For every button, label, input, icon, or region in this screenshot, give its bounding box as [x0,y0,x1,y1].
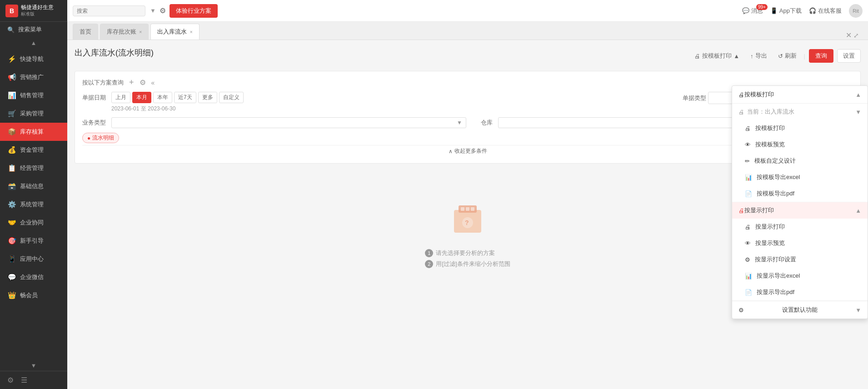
sidebar-item-sales[interactable]: 📊 销售管理 [0,86,67,105]
marketing-icon: 📢 [7,73,16,82]
sidebar-item-operations[interactable]: 📋 经营管理 [0,159,67,177]
date-this-month-btn[interactable]: 本月 [132,92,151,103]
sidebar-item-label: 新手引导 [20,237,44,245]
menu-toggle-icon[interactable]: ☰ [21,376,27,384]
sidebar-item-finance[interactable]: 💰 资金管理 [0,141,67,159]
logo-sub: 标准版 [21,11,54,17]
display-settings-icon: ⚙ [745,256,750,263]
refresh-btn[interactable]: ↺ 刷新 [774,50,800,62]
message-btn[interactable]: 💬 消息 99+ [742,7,763,15]
sidebar-item-system[interactable]: ⚙️ 系统管理 [0,195,67,214]
avatar-text: Rit [853,8,858,14]
current-label: 当前：出入库流水 [747,108,794,116]
date-last-month-btn[interactable]: 上月 [111,92,130,103]
chevron-up-icon: ∧ [449,148,453,155]
sidebar-item-purchase[interactable]: 🛒 采购管理 [0,105,67,123]
sidebar-item-wechat[interactable]: 💬 企业微信 [0,268,67,286]
service-btn[interactable]: 🎧 在线客服 [809,7,842,15]
sidebar-scroll-down[interactable]: ▼ [0,360,67,371]
topbar-search-input[interactable] [73,5,145,16]
empty-steps: 1 请先选择要分析的方案 2 用[过滤]条件来缩小分析范围 [425,249,510,271]
system-icon: ⚙️ [7,200,16,209]
tab-batch-close-icon[interactable]: × [139,29,142,35]
display-group-label: 按显示打印 [744,206,774,214]
dropdown-display-preview[interactable]: 👁 按显示预览 [732,235,868,251]
search-collapse-left-icon[interactable]: « [151,79,155,86]
sidebar-item-label: 经营管理 [20,164,44,172]
settings-btn[interactable]: 设置 [837,49,861,63]
tab-home[interactable]: 首页 [73,24,98,40]
type-label: 单据类型 [683,94,706,102]
dropdown-template-preview[interactable]: 👁 按模板预览 [732,136,868,153]
template-print-item-label: 按模板打印 [755,124,785,132]
display-preview-label: 按显示预览 [755,239,785,247]
tab-flow-close-icon[interactable]: × [190,29,192,35]
date-this-year-btn[interactable]: 本年 [153,92,172,103]
template-excel-label: 按模板导出excel [757,173,800,181]
sidebar-item-inventory[interactable]: 📦 库存核算 [0,123,67,141]
sidebar-item-apps[interactable]: 📱 应用中心 [0,250,67,268]
settings-icon[interactable]: ⚙ [7,376,14,384]
dropdown-template-pdf[interactable]: 📄 按模板导出pdf [732,185,868,202]
search-add-icon[interactable]: + [129,78,134,87]
tab-batch[interactable]: 库存批次账 × [100,24,149,40]
sidebar-item-quick-nav[interactable]: ⚡ 快捷导航 [0,50,67,68]
tab-flow[interactable]: 出入库流水 × [150,24,199,40]
apps-icon: 📱 [7,254,16,264]
message-badge: 99+ [756,4,768,10]
dropdown-current[interactable]: 🖨 当前：出入库流水 ▼ [732,104,868,120]
dropdown-display-excel[interactable]: 📊 按显示导出excel [732,268,868,284]
dropdown-display-settings[interactable]: ⚙ 按显示打印设置 [732,251,868,268]
sidebar-search[interactable]: 🔍 搜索菜单 [0,22,67,37]
export-btn[interactable]: ↑ 导出 [747,50,771,62]
trial-btn[interactable]: 体验行业方案 [170,4,218,18]
sidebar-search-label: 搜索菜单 [18,25,42,34]
biz-select-arrow: ▼ [457,120,462,126]
sidebar-item-member[interactable]: 👑 畅会员 [0,286,67,304]
basic-icon: 🗃️ [7,182,16,191]
display-group-arrow[interactable]: ▲ [855,207,861,214]
wechat-icon: 💬 [7,273,16,282]
dropdown-template-design[interactable]: ✏ 模板自定义设计 [732,153,868,169]
dropdown-collapse-icon[interactable]: ▲ [855,91,861,98]
sidebar-scroll-up[interactable]: ▲ [0,37,67,48]
dropdown-footer[interactable]: ⚙ 设置默认功能 ▼ [732,301,868,319]
tab-expand-icon[interactable]: ⤢ [853,32,859,39]
sidebar-item-collab[interactable]: 🤝 企业协同 [0,214,67,232]
refresh-label: 刷新 [785,52,797,60]
dropdown-display-print[interactable]: 🖨 按显示打印 [732,219,868,235]
sidebar-item-basic[interactable]: 🗃️ 基础信息 [0,177,67,195]
app-download-btn[interactable]: 📱 App下载 [770,7,802,15]
sidebar-item-guide[interactable]: 🎯 新手引导 [0,232,67,250]
sidebar-item-marketing[interactable]: 📢 营销推广 [0,68,67,86]
date-custom-btn[interactable]: 自定义 [219,92,244,103]
phone-icon: 📱 [770,7,778,14]
topbar-gear-icon[interactable]: ⚙ [160,6,166,15]
template-print-btn[interactable]: 🖨 按模板打印 ▲ [691,50,743,62]
dropdown-template-excel[interactable]: 📊 按模板导出excel [732,169,868,185]
biz-label: 业务类型 [82,119,106,127]
collab-icon: 🤝 [7,218,16,227]
flow-detail-chip[interactable]: ● 流水明细 [82,133,119,143]
biz-select[interactable]: ▼ [111,117,466,128]
template-print-chevron[interactable]: ▲ [733,53,739,60]
date-more-btn[interactable]: 更多 [198,92,217,103]
template-excel-icon: 📊 [745,174,752,181]
date-7days-btn[interactable]: 近7天 [174,92,196,103]
sidebar-item-label: 采购管理 [20,110,44,118]
search-gear-icon[interactable]: ⚙ [140,78,146,87]
dropdown-template-print[interactable]: 🖨 按模板打印 [732,120,868,136]
user-avatar[interactable]: Rit [849,4,863,18]
sidebar: B 畅捷通好生意 标准版 🔍 搜索菜单 ▲ ⚡ 快捷导航 📢 营销推广 📊 销售… [0,0,67,389]
sidebar-item-label: 应用中心 [20,255,44,263]
date-range-text: 2023-06-01 至 2023-06-30 [111,105,668,113]
print-icon: 🖨 [694,53,700,60]
query-btn[interactable]: 查询 [809,49,833,63]
svg-rect-4 [471,207,474,211]
dropdown-display-pdf[interactable]: 📄 按显示导出pdf [732,284,868,300]
tabbar: 首页 库存批次账 × 出入库流水 × ✕ ⤢ [67,22,868,40]
display-group-header[interactable]: 🖨 按显示打印 ▲ [732,202,868,219]
tab-close-all-icon[interactable]: ✕ [846,31,852,40]
topbar-search-dropdown-icon[interactable]: ▼ [150,7,156,14]
display-print-label: 按显示打印 [755,223,785,231]
